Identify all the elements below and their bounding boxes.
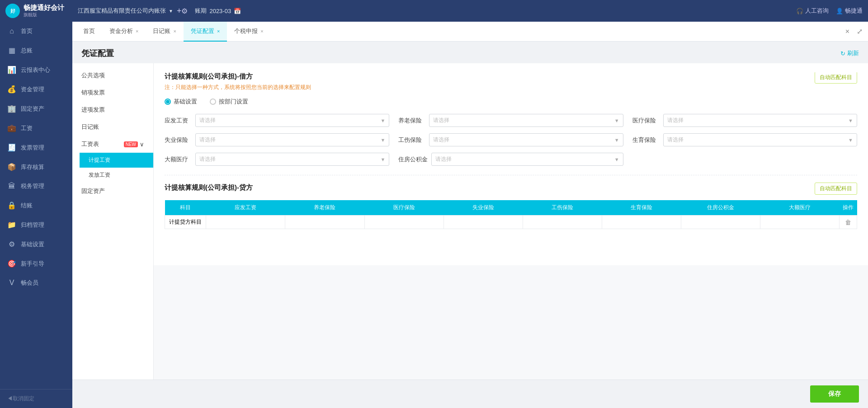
input-housing[interactable] — [684, 219, 757, 225]
tab-fund-close[interactable]: × — [136, 28, 138, 34]
select-injury[interactable]: 请选择 ▼ — [429, 133, 623, 146]
user-button[interactable]: 👤 畅捷通 — [836, 7, 863, 15]
tab-voucher-close[interactable]: × — [217, 28, 220, 34]
consult-label: 人工咨询 — [805, 7, 829, 15]
col-injury: 工伤保险 — [523, 200, 602, 216]
left-nav-salary-table[interactable]: 工资表 NEW ∨ — [72, 136, 153, 153]
left-nav-sales[interactable]: 销项发票 — [72, 84, 153, 101]
sidebar-item-salary[interactable]: 💼 工资 — [0, 118, 72, 138]
tab-tax-close[interactable]: × — [260, 28, 263, 34]
auto-match-credit-button[interactable]: 自动匹配科目 — [815, 183, 857, 195]
debit-section-title: 计提核算规则(公司承担)-借方 — [165, 72, 857, 81]
col-pension: 养老保险 — [285, 200, 364, 216]
input-pension[interactable] — [288, 219, 361, 225]
field-injury: 工伤保险 请选择 ▼ — [398, 133, 623, 146]
field-housing: 住房公积金 请选择 ▼ — [398, 153, 623, 166]
select-medical[interactable]: 请选择 ▼ — [663, 114, 857, 127]
label-basic-salary: 应发工资 — [165, 117, 192, 125]
input-injury[interactable] — [526, 219, 599, 225]
field-pension: 养老保险 请选择 ▼ — [398, 114, 623, 127]
sidebar-item-invoice[interactable]: 🧾 发票管理 — [0, 138, 72, 157]
cell-basic-salary[interactable] — [206, 216, 285, 229]
select-injury-value: 请选择 — [433, 136, 449, 144]
sidebar-item-archive[interactable]: 📁 归档管理 — [0, 215, 72, 234]
right-panel: 自动匹配科目 计提核算规则(公司承担)-借方 注：只能选择一种方式，系统将按照您… — [154, 63, 868, 265]
sidebar-item-settings[interactable]: ⚙ 基础设置 — [0, 234, 72, 254]
cell-delete[interactable]: 🗑 — [840, 216, 857, 229]
sidebar-item-fund[interactable]: 💰 资金管理 — [0, 80, 72, 99]
radio-dept[interactable]: 按部门设置 — [210, 98, 248, 106]
tab-fund[interactable]: 资金分析 × — [102, 22, 146, 42]
tab-journal-close[interactable]: × — [173, 28, 176, 34]
reports-icon: 📊 — [7, 66, 16, 74]
sidebar-item-assets[interactable]: 🏢 固定资产 — [0, 99, 72, 118]
left-nav-pay-salary[interactable]: 发放工资 — [80, 168, 153, 183]
sidebar-label-vip: 畅会员 — [21, 279, 38, 287]
left-nav-purchase[interactable]: 进项发票 — [72, 101, 153, 118]
tab-voucher[interactable]: 凭证配置 × — [184, 22, 227, 42]
select-maternity[interactable]: 请选择 ▼ — [663, 133, 857, 146]
select-medical-value: 请选择 — [667, 117, 684, 124]
input-medical[interactable] — [368, 219, 441, 225]
content-area: 首页 资金分析 × 日记账 × 凭证配置 × 个税申报 × × ⤢ — [72, 22, 868, 408]
tab-tax[interactable]: 个税申报 × — [227, 22, 270, 42]
debit-form-grid: 应发工资 请选择 ▼ 养老保险 请选择 ▼ — [165, 114, 857, 166]
label-unemployment: 失业保险 — [165, 136, 192, 144]
cell-housing[interactable] — [681, 216, 760, 229]
sidebar-item-reports[interactable]: 📊 云报表中心 — [0, 60, 72, 80]
left-nav-public[interactable]: 公共选项 — [72, 67, 153, 84]
cell-injury[interactable] — [523, 216, 602, 229]
input-large-medical[interactable] — [763, 219, 836, 225]
refresh-button[interactable]: ↻ 刷新 — [840, 49, 859, 57]
tab-home[interactable]: 首页 — [76, 22, 102, 42]
add-tab-button[interactable]: + — [177, 6, 182, 16]
delete-row-icon[interactable]: 🗑 — [845, 219, 851, 226]
settings-icon[interactable]: ⚙ — [181, 7, 188, 15]
sidebar-item-close[interactable]: 🔒 结账 — [0, 196, 72, 215]
cell-unemployment[interactable] — [443, 216, 523, 229]
tab-journal[interactable]: 日记账 × — [146, 22, 183, 42]
page-title: 凭证配置 — [81, 48, 114, 59]
company-selector[interactable]: 江西服宝精品有限责任公司内账张 ▼ — [78, 7, 173, 15]
left-nav-calc-salary[interactable]: 计提工资 — [80, 153, 153, 168]
select-large-medical[interactable]: 请选择 ▼ — [195, 153, 389, 166]
auto-match-debit-button[interactable]: 自动匹配科目 — [815, 72, 857, 84]
sidebar-item-tax[interactable]: 🏛 税务管理 — [0, 177, 72, 196]
select-housing[interactable]: 请选择 ▼ — [431, 153, 623, 166]
consult-button[interactable]: 🎧 人工咨询 — [796, 7, 829, 15]
select-basic-salary[interactable]: 请选择 ▼ — [195, 114, 389, 127]
cell-large-medical[interactable] — [760, 216, 840, 229]
period-selector[interactable]: 账期 2023-03 📅 — [195, 7, 241, 15]
fund-icon: 💰 — [7, 85, 16, 94]
sidebar-item-inventory[interactable]: 📦 库存核算 — [0, 157, 72, 177]
input-maternity[interactable] — [605, 219, 678, 225]
select-maternity-value: 请选择 — [667, 136, 684, 144]
cell-pension[interactable] — [285, 216, 364, 229]
close-accounts-icon: 🔒 — [7, 201, 16, 210]
sidebar-item-guide[interactable]: 🎯 新手引导 — [0, 254, 72, 273]
tab-voucher-label: 凭证配置 — [191, 27, 214, 35]
close-all-button[interactable]: × — [844, 26, 851, 38]
left-nav-fixed-assets[interactable]: 固定资产 — [72, 183, 153, 200]
input-unemployment[interactable] — [447, 219, 520, 225]
col-maternity: 生育保险 — [602, 200, 681, 216]
sidebar-item-home[interactable]: ⌂ 首页 — [0, 22, 72, 41]
col-housing: 住房公积金 — [681, 200, 760, 216]
home-icon: ⌂ — [7, 27, 16, 35]
tab-tax-label: 个税申报 — [234, 27, 258, 35]
cell-maternity[interactable] — [602, 216, 681, 229]
cell-medical[interactable] — [364, 216, 443, 229]
select-unemployment[interactable]: 请选择 ▼ — [195, 133, 389, 146]
sidebar-item-ledger[interactable]: ▦ 总账 — [0, 41, 72, 60]
label-maternity: 生育保险 — [632, 136, 660, 144]
radio-basic[interactable]: 基础设置 — [165, 98, 197, 106]
sidebar-label-archive: 归档管理 — [21, 221, 44, 229]
sidebar-item-vip[interactable]: V 畅会员 — [0, 273, 72, 292]
left-nav-journal[interactable]: 日记账 — [72, 118, 153, 136]
select-pension[interactable]: 请选择 ▼ — [429, 114, 623, 127]
expand-button[interactable]: ⤢ — [855, 25, 864, 38]
save-button[interactable]: 保存 — [810, 385, 859, 403]
assets-icon: 🏢 — [7, 104, 16, 113]
input-basic-salary[interactable] — [209, 219, 282, 225]
cancel-fixed-button[interactable]: ◀取消固定 — [0, 389, 72, 408]
